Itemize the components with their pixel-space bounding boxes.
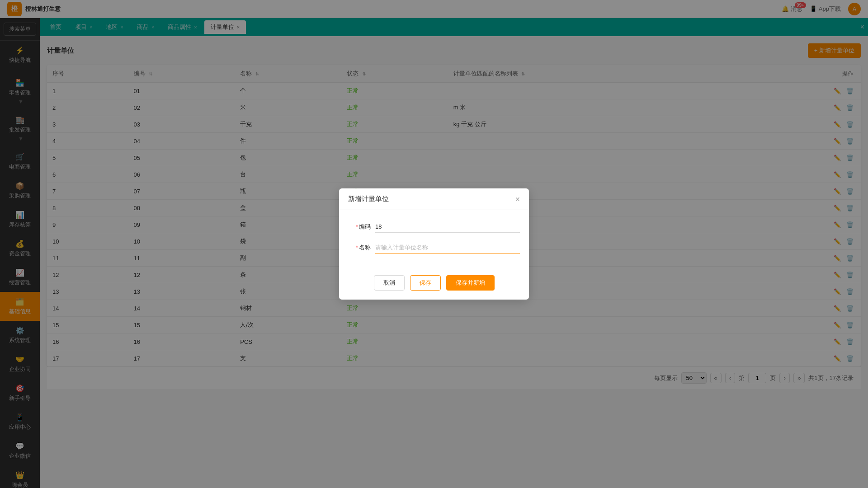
- form-row-name: 名称: [348, 242, 520, 253]
- cancel-button[interactable]: 取消: [374, 275, 405, 291]
- modal-header: 新增计量单位 ×: [339, 188, 529, 210]
- modal-overlay[interactable]: 新增计量单位 × 编码 名称 取消 保存 保存并新增: [0, 0, 868, 488]
- code-input[interactable]: [375, 221, 520, 233]
- modal-body: 编码 名称: [339, 210, 529, 270]
- save-and-new-button[interactable]: 保存并新增: [446, 275, 495, 291]
- modal-title: 新增计量单位: [348, 195, 389, 203]
- add-unit-modal: 新增计量单位 × 编码 名称 取消 保存 保存并新增: [339, 188, 529, 300]
- modal-footer: 取消 保存 保存并新增: [339, 270, 529, 300]
- modal-close-button[interactable]: ×: [515, 195, 520, 203]
- code-label: 编码: [348, 223, 375, 231]
- form-row-code: 编码: [348, 221, 520, 233]
- save-button[interactable]: 保存: [410, 275, 441, 291]
- name-label: 名称: [348, 244, 375, 252]
- name-input[interactable]: [375, 242, 520, 253]
